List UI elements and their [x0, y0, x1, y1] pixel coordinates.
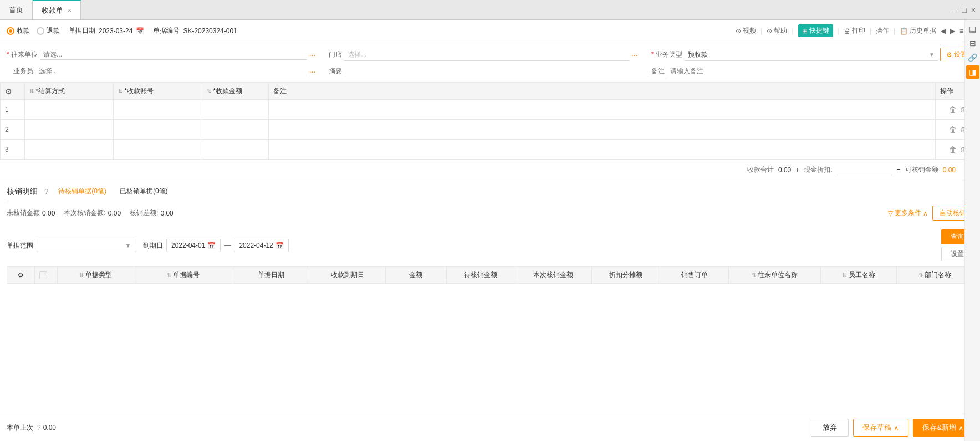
row3-amount[interactable]	[202, 140, 269, 160]
date-from-input[interactable]: 2022-04-01 📅	[166, 239, 221, 252]
bt-col-settings[interactable]: ⚙	[7, 267, 35, 284]
minimize-icon[interactable]: —	[950, 6, 957, 14]
settings-gear-icon: ⚙	[946, 51, 952, 59]
calendar-icon[interactable]: 📅	[136, 27, 144, 35]
select-all-checkbox[interactable]	[39, 271, 47, 279]
discount-input[interactable]	[837, 165, 892, 175]
footer-help-icon[interactable]: ?	[37, 424, 41, 432]
current-value: 0.00	[108, 209, 121, 217]
unchecked-stat: 未核销金额 0.00	[7, 208, 55, 218]
row1-amount[interactable]	[202, 100, 269, 120]
business-type-field: 业务类型 预收款 ▼ ⚙ 设置	[651, 48, 973, 61]
discard-button[interactable]: 放弃	[811, 419, 849, 437]
form-row-1: 往来单位 ··· 门店 选择... ··· 业务类型 预收款 ▼ ⚙ 设	[7, 48, 973, 61]
bt-col-type: ⇅ 单据类型	[57, 267, 134, 284]
total-label: 收款合计	[747, 165, 774, 175]
list-view-icon[interactable]: ≡	[959, 27, 963, 35]
total-value: 0.00	[778, 166, 791, 174]
save-draft-button[interactable]: 保存草稿 ∧	[853, 419, 908, 437]
shortcut-btn[interactable]: ⊞ 快捷键	[798, 24, 833, 37]
discount-label: 现金折扣:	[804, 165, 832, 175]
row2-amount[interactable]	[202, 120, 269, 140]
date-field: 单据日期 2023-03-24 📅	[69, 26, 144, 35]
nav-right[interactable]: ▶	[950, 27, 955, 35]
summary-field: 摘要	[329, 66, 651, 76]
verify-right-actions: ▽ 更多条件 ∧ 自动核销	[888, 206, 973, 221]
footer-actions: 放弃 保存草稿 ∧ 保存&新增 ∧	[811, 419, 973, 437]
operation-action[interactable]: 操作	[876, 26, 889, 35]
partner-more-icon[interactable]: ···	[309, 50, 316, 59]
date-to-input[interactable]: 2022-04-12 📅	[234, 239, 288, 252]
sidebar-icon-1[interactable]: ▦	[966, 22, 979, 35]
tab-home[interactable]: 首页	[0, 0, 33, 19]
col-action-label: 操作	[940, 87, 953, 95]
verification-help-icon[interactable]: ?	[44, 187, 48, 196]
verify-stats: 未核销金额 0.00 本次核销金额: 0.00 核销差额: 0.00 ▽ 更多条…	[7, 201, 973, 225]
print-action[interactable]: 🖨 打印	[844, 26, 865, 35]
bt-col-checkbox[interactable]	[34, 267, 57, 284]
nav-left[interactable]: ◀	[941, 27, 946, 35]
store-select[interactable]: 选择...	[344, 49, 629, 61]
row1-account[interactable]	[114, 100, 202, 120]
tab-shoukuan[interactable]: 收款单 ×	[33, 0, 81, 19]
row2-delete-icon[interactable]: 🗑	[949, 125, 957, 134]
tab-home-label: 首页	[9, 5, 23, 15]
radio-shoukuan[interactable]: 收款	[7, 26, 30, 35]
staff-more-icon[interactable]: ···	[309, 67, 316, 76]
bill-range-select[interactable]: ▼	[37, 239, 136, 252]
history-action[interactable]: 📋 历史单据	[900, 26, 936, 35]
row2-account[interactable]	[114, 120, 202, 140]
receipt-table: ⚙ ⇅ *结算方式 ⇅ *收款账号 ⇅ *收款金额 备	[0, 83, 980, 160]
row1-settlement[interactable]	[25, 100, 114, 120]
nav-left-icon: ◀	[941, 27, 946, 35]
due-date-label: 到期日	[143, 241, 163, 250]
current-label: 本次核销金额:	[64, 208, 105, 218]
row1-remark[interactable]	[269, 100, 936, 120]
staff-input[interactable]	[35, 66, 307, 76]
staff-field: 业务员 ···	[7, 66, 329, 76]
bt-col-pending: 待核销金额	[446, 267, 515, 284]
number-value: SK-20230324-001	[183, 27, 237, 35]
business-select[interactable]: 预收款 ▼	[685, 49, 938, 61]
chevron-up-icon: ∧	[923, 209, 928, 217]
bt-col-partner: ⇅ 往来单位名称	[729, 267, 820, 284]
date-from-value: 2022-04-01	[171, 242, 205, 249]
settings-gear-icon: ⚙	[5, 87, 12, 96]
row3-settlement[interactable]	[25, 140, 114, 160]
radio-shoukuan-label: 收款	[17, 26, 30, 35]
maximize-icon[interactable]: □	[962, 6, 966, 14]
save-draft-label: 保存草稿	[862, 423, 891, 433]
sidebar-icon-3[interactable]: 🔗	[966, 51, 979, 64]
remark-input[interactable]	[667, 66, 971, 76]
sidebar-icon-2[interactable]: ⊟	[966, 37, 979, 50]
row3-delete-icon[interactable]: 🗑	[949, 145, 957, 154]
row3-remark[interactable]	[269, 140, 936, 160]
tab-pending[interactable]: 待核销单据(0笔)	[55, 186, 110, 197]
bt-pending-label: 待核销金额	[464, 271, 497, 279]
row1-delete-icon[interactable]: 🗑	[949, 105, 957, 114]
help-action[interactable]: ⊙ 帮助	[767, 26, 787, 35]
row2-remark[interactable]	[269, 120, 936, 140]
radio-tuikuan[interactable]: 退款	[37, 26, 60, 35]
row3-account[interactable]	[114, 140, 202, 160]
store-more-icon[interactable]: ···	[631, 50, 638, 59]
partner-input[interactable]	[40, 49, 307, 60]
sidebar-icon-4[interactable]: ◨	[966, 65, 979, 79]
receipt-table-section: ⚙ ⇅ *结算方式 ⇅ *收款账号 ⇅ *收款金额 备	[0, 83, 980, 160]
video-action[interactable]: ⊙ 视频	[736, 26, 756, 35]
row2-settlement[interactable]	[25, 120, 114, 140]
tab-close-icon[interactable]: ×	[68, 7, 72, 14]
tab-done-label: 已核销单据(0笔)	[120, 187, 168, 196]
window-close-icon[interactable]: ×	[971, 6, 976, 14]
summary-row: 收款合计 0.00 + 现金折扣: = 可核销金额 0.00	[0, 160, 980, 180]
verification-header: 核销明细 ? 待核销单据(0笔) 已核销单据(0笔)	[7, 180, 973, 201]
bill-range-field: 单据范围 ▼	[7, 239, 136, 252]
partner-field: 往来单位 ···	[7, 49, 329, 60]
tab-done[interactable]: 已核销单据(0笔)	[116, 186, 171, 197]
bt-col-amount: 金额	[385, 267, 446, 284]
more-conditions-btn[interactable]: ▽ 更多条件 ∧	[888, 208, 928, 218]
summary-input[interactable]	[344, 66, 649, 76]
right-sidebar: ▦ ⊟ 🔗 ◨	[964, 20, 980, 441]
diff-label: 核销差额:	[130, 208, 158, 218]
col-settings-header[interactable]: ⚙	[1, 83, 25, 100]
